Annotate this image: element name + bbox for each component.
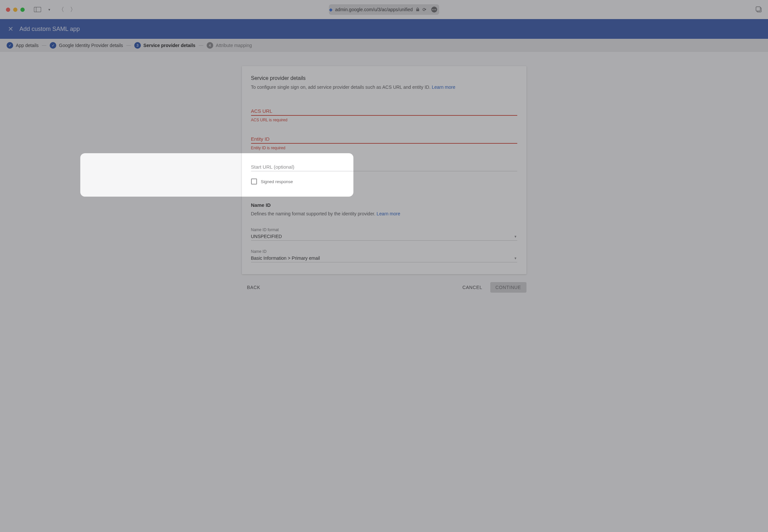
acs-url-error: ACS URL is required <box>251 118 517 122</box>
entity-id-field[interactable]: Entity ID Entity ID is required <box>251 136 517 150</box>
signed-response-label: Signed response <box>261 179 293 184</box>
svg-rect-3 <box>756 7 760 11</box>
step-idp-details[interactable]: ✓ Google Identity Provider details <box>50 42 123 49</box>
sidebar-toggle-button[interactable] <box>34 6 41 13</box>
back-button[interactable]: BACK <box>242 282 266 293</box>
step-separator <box>199 45 204 46</box>
name-id-caption: Name ID <box>251 249 517 254</box>
card-title: Service provider details <box>251 75 517 81</box>
start-url-label: Start URL (optional) <box>251 164 517 170</box>
check-icon: ✓ <box>7 42 13 49</box>
dialog-title: Add custom SAML app <box>19 26 80 33</box>
step-label: Attribute mapping <box>216 43 252 48</box>
step-label: Service provider details <box>143 43 196 48</box>
name-id-value: Basic Information > Primary email <box>251 255 320 261</box>
stepper: ✓ App details ✓ Google Identity Provider… <box>0 39 768 52</box>
sidebar-chevron-icon[interactable]: ▾ <box>46 6 53 13</box>
dialog-footer: BACK CANCEL CONTINUE <box>242 282 526 293</box>
input-underline <box>251 171 517 171</box>
form-card: Service provider details To configure si… <box>242 66 526 274</box>
step-number-badge: 3 <box>134 42 141 49</box>
reload-button[interactable]: ⟳ <box>422 7 426 12</box>
learn-more-link[interactable]: Learn more <box>432 85 455 90</box>
step-app-details[interactable]: ✓ App details <box>7 42 38 49</box>
forward-button[interactable]: 〉 <box>69 6 77 13</box>
check-icon: ✓ <box>50 42 56 49</box>
step-separator <box>42 45 46 46</box>
entity-id-label: Entity ID <box>251 136 517 142</box>
card-description: To configure single sign on, add service… <box>251 85 517 90</box>
signed-response-checkbox[interactable] <box>251 179 257 184</box>
name-id-description: Defines the naming format supported by t… <box>251 211 517 216</box>
card-description-text: To configure single sign on, add service… <box>251 85 432 90</box>
input-underline <box>251 143 517 144</box>
zoom-window-button[interactable] <box>20 8 25 12</box>
titlebar: ▾ 〈 〉 ◆ admin.google.com/u/3/ac/apps/uni… <box>0 0 768 19</box>
minimize-window-button[interactable] <box>13 8 17 12</box>
name-id-format-field: Name ID format UNSPECIFIED ▼ <box>251 228 517 241</box>
name-id-section: Name ID Defines the naming format suppor… <box>251 202 517 262</box>
browser-window: ▾ 〈 〉 ◆ admin.google.com/u/3/ac/apps/uni… <box>0 0 768 532</box>
step-sp-details[interactable]: 3 Service provider details <box>134 42 196 49</box>
address-url: admin.google.com/u/3/ac/apps/unified <box>335 7 413 12</box>
name-id-format-select[interactable]: UNSPECIFIED ▼ <box>251 234 517 241</box>
acs-url-field[interactable]: ACS URL ACS URL is required <box>251 108 517 122</box>
content-area: Service provider details To configure si… <box>0 52 768 293</box>
dialog-header: ✕ Add custom SAML app <box>0 19 768 39</box>
close-dialog-button[interactable]: ✕ <box>8 25 13 33</box>
continue-button[interactable]: CONTINUE <box>490 282 526 293</box>
name-id-description-text: Defines the naming format supported by t… <box>251 211 377 216</box>
name-id-title: Name ID <box>251 202 517 208</box>
site-favicon-icon: ◆ <box>329 7 333 12</box>
svg-rect-0 <box>34 7 41 12</box>
traffic-lights <box>6 8 25 12</box>
step-label: Google Identity Provider details <box>59 43 123 48</box>
chevron-down-icon: ▼ <box>514 256 517 260</box>
name-id-select[interactable]: Basic Information > Primary email ▼ <box>251 255 517 262</box>
step-number-badge: 4 <box>207 42 213 49</box>
name-id-field: Name ID Basic Information > Primary emai… <box>251 249 517 262</box>
tab-overview-button[interactable] <box>756 6 762 13</box>
step-attribute-mapping[interactable]: 4 Attribute mapping <box>207 42 252 49</box>
lock-icon: 🔒︎ <box>415 7 420 12</box>
acs-url-label: ACS URL <box>251 108 517 114</box>
step-label: App details <box>16 43 38 48</box>
cancel-button[interactable]: CANCEL <box>457 282 487 293</box>
name-id-format-value: UNSPECIFIED <box>251 234 282 239</box>
chevron-down-icon: ▼ <box>514 235 517 238</box>
entity-id-error: Entity ID is required <box>251 146 517 150</box>
signed-response-row: Signed response <box>251 179 517 184</box>
back-button[interactable]: 〈 <box>58 6 65 13</box>
learn-more-link[interactable]: Learn more <box>377 211 400 216</box>
step-separator <box>126 45 131 46</box>
close-window-button[interactable] <box>6 8 10 12</box>
page-actions-button[interactable]: ••• <box>431 7 437 12</box>
name-id-format-caption: Name ID format <box>251 228 517 232</box>
input-underline <box>251 115 517 116</box>
start-url-field[interactable]: Start URL (optional) <box>251 164 517 171</box>
address-bar[interactable]: ◆ admin.google.com/u/3/ac/apps/unified 🔒… <box>329 4 439 15</box>
